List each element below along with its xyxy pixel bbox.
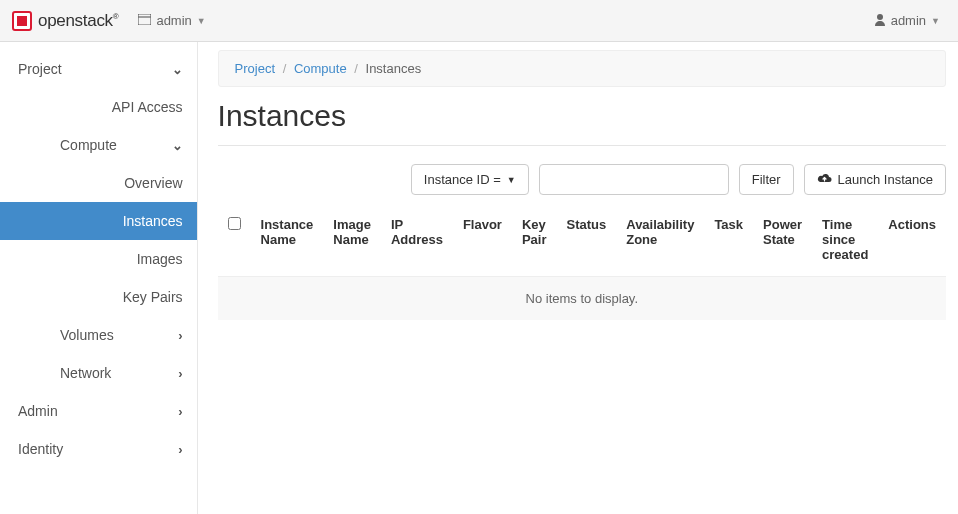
sidebar-item-api-access[interactable]: API Access xyxy=(0,88,197,126)
filter-toolbar: Instance ID = ▼ Filter Launch Instance xyxy=(218,164,946,195)
chevron-right-icon: › xyxy=(178,404,182,419)
topbar: openstack® admin ▼ admin ▼ xyxy=(0,0,958,42)
select-all-checkbox[interactable] xyxy=(228,217,241,230)
breadcrumb-sep: / xyxy=(283,61,287,76)
table-header-row: Instance Name Image Name IP Address Flav… xyxy=(218,209,946,277)
instances-table: Instance Name Image Name IP Address Flav… xyxy=(218,209,946,320)
col-flavor[interactable]: Flavor xyxy=(453,209,512,277)
select-all-header[interactable] xyxy=(218,209,251,277)
sidebar-item-compute[interactable]: Compute ⌄ xyxy=(0,126,197,164)
user-menu[interactable]: admin ▼ xyxy=(868,9,946,33)
table-empty-text: No items to display. xyxy=(218,277,946,321)
user-menu-label: admin xyxy=(891,13,926,28)
sidebar-item-key-pairs[interactable]: Key Pairs xyxy=(0,278,197,316)
brand-text: openstack® xyxy=(38,11,118,31)
brand[interactable]: openstack® xyxy=(12,11,118,31)
sidebar: Project ⌄ API Access Compute ⌄ Overview … xyxy=(0,42,198,514)
col-actions[interactable]: Actions xyxy=(878,209,946,277)
col-status[interactable]: Status xyxy=(557,209,617,277)
page-title: Instances xyxy=(218,99,946,133)
breadcrumb-sep: / xyxy=(354,61,358,76)
sidebar-item-network[interactable]: Network › xyxy=(0,354,197,392)
chevron-right-icon: › xyxy=(178,328,182,343)
caret-down-icon: ▼ xyxy=(197,16,206,26)
col-power-state[interactable]: Power State xyxy=(753,209,812,277)
col-image-name[interactable]: Image Name xyxy=(323,209,381,277)
sidebar-item-identity[interactable]: Identity › xyxy=(0,430,197,468)
caret-down-icon: ▼ xyxy=(931,16,940,26)
col-ip-address[interactable]: IP Address xyxy=(381,209,453,277)
svg-point-4 xyxy=(877,14,883,20)
breadcrumb-l2[interactable]: Compute xyxy=(294,61,347,76)
openstack-logo-icon xyxy=(12,11,32,31)
launch-instance-button[interactable]: Launch Instance xyxy=(804,164,946,195)
chevron-down-icon: ⌄ xyxy=(172,62,183,77)
main-content: Project / Compute / Instances Instances … xyxy=(198,42,958,514)
filter-button[interactable]: Filter xyxy=(739,164,794,195)
chevron-right-icon: › xyxy=(178,442,182,457)
sidebar-item-admin[interactable]: Admin › xyxy=(0,392,197,430)
chevron-down-icon: ⌄ xyxy=(172,138,183,153)
col-key-pair[interactable]: Key Pair xyxy=(512,209,557,277)
project-selector-label: admin xyxy=(156,13,191,28)
sidebar-item-project[interactable]: Project ⌄ xyxy=(0,50,197,88)
filter-field-selector[interactable]: Instance ID = ▼ xyxy=(411,164,529,195)
chevron-right-icon: › xyxy=(178,366,182,381)
col-time-since-created[interactable]: Time since created xyxy=(812,209,878,277)
svg-rect-2 xyxy=(138,14,151,25)
caret-down-icon: ▼ xyxy=(507,175,516,185)
breadcrumb: Project / Compute / Instances xyxy=(218,50,946,87)
sidebar-item-overview[interactable]: Overview xyxy=(0,164,197,202)
sidebar-item-volumes[interactable]: Volumes › xyxy=(0,316,197,354)
sidebar-item-images[interactable]: Images xyxy=(0,240,197,278)
divider xyxy=(218,145,946,146)
svg-rect-1 xyxy=(17,16,27,26)
breadcrumb-l3: Instances xyxy=(366,61,422,76)
col-availability-zone[interactable]: Availability Zone xyxy=(616,209,704,277)
cloud-upload-icon xyxy=(817,172,832,187)
filter-input[interactable] xyxy=(539,164,729,195)
table-empty-row: No items to display. xyxy=(218,277,946,321)
breadcrumb-l1[interactable]: Project xyxy=(235,61,275,76)
domain-icon xyxy=(138,13,151,28)
project-selector[interactable]: admin ▼ xyxy=(132,9,211,32)
col-task[interactable]: Task xyxy=(704,209,753,277)
user-icon xyxy=(874,13,886,29)
sidebar-item-instances[interactable]: Instances xyxy=(0,202,197,240)
col-instance-name[interactable]: Instance Name xyxy=(251,209,324,277)
